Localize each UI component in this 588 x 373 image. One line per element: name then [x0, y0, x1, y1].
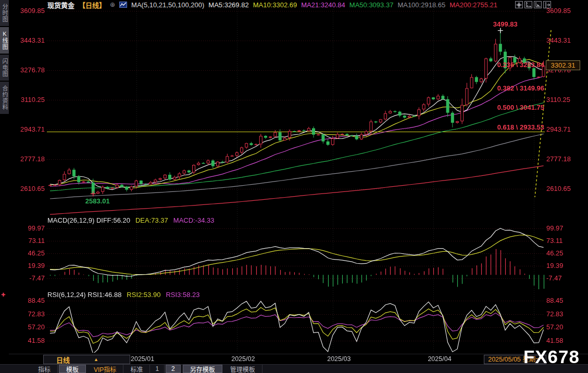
tab-indicators[interactable]: 指标	[31, 365, 58, 373]
sidebar-item-timeshare-chart[interactable]: 分时图	[0, 0, 9, 26]
tab-save-template[interactable]: 另存模板	[183, 365, 222, 373]
chart-type-icon[interactable]	[119, 2, 127, 8]
symbol-name: 现货黄金	[47, 0, 74, 10]
zoom-axes-icon[interactable]	[524, 1, 532, 8]
bottom-toolbar: 指标 模板 VIP指标 标准 1 2 另存模板 管理模板	[0, 364, 588, 373]
ma21-value: MA21:3240.84	[301, 1, 345, 9]
ma-caption: MA(5,10,21,50,100,200)	[131, 1, 204, 9]
fx678-watermark: FX678	[523, 346, 580, 367]
sidebar: 分时图 K线图 闪电图 合约资料 ✚	[0, 0, 9, 364]
chart-application-window: 分时图 K线图 闪电图 合约资料 ✚ 现货黄金 【日线】 ⊕ MA(5,10,2…	[0, 0, 588, 373]
macd-diff-value: MACD(26,12,9) DIFF:56.20	[47, 216, 130, 224]
period-arrow-icon: ▲	[94, 357, 98, 362]
tab-manage-templates[interactable]: 管理模板	[223, 365, 262, 373]
date-axis: 日线 ▲ 2025/05/05 星期一	[9, 354, 588, 364]
sidebar-item-kline-chart[interactable]: K线图	[0, 27, 9, 54]
expand-icon[interactable]: ⊕	[110, 1, 115, 8]
ma200-value: MA200:2755.21	[449, 1, 497, 9]
rsi-pane-header: RSI(6,12,24) RSI1:46.88RSI2:53.90RSI3:58…	[47, 291, 205, 299]
rsi3-value: RSI3:58.23	[166, 291, 199, 299]
ma100-value: MA100:2918.65	[397, 1, 445, 9]
ma10-value: MA10:3302.69	[253, 1, 297, 9]
go-to-latest-icon[interactable]	[543, 1, 551, 8]
macd-dea-value: DEA:73.37	[135, 216, 168, 224]
tab-standard[interactable]: 标准	[123, 365, 150, 373]
tab-templates[interactable]: 模板	[59, 365, 86, 373]
period-tag[interactable]: 【日线】	[79, 0, 106, 10]
pan-move-icon[interactable]	[515, 1, 523, 8]
last-price-badge: 3302.31	[546, 60, 580, 70]
tab-vip-indicators[interactable]: VIP指标	[87, 365, 123, 373]
scale-axes-icon[interactable]	[534, 1, 542, 8]
ma50-value: MA50:3093.37	[349, 1, 394, 9]
macd-hist-value: MACD:-34.33	[173, 216, 215, 224]
header-toolbar	[515, 1, 551, 8]
sidebar-item-lightning-chart[interactable]: 闪电图	[0, 55, 9, 81]
period-selector[interactable]: 日线 ▲	[43, 355, 130, 364]
period-label: 日线	[56, 355, 70, 365]
sidebar-item-contract-info[interactable]: 合约资料	[0, 82, 9, 114]
ma5-value: MA5:3269.82	[208, 1, 248, 9]
tab-template-slot-2[interactable]: 2	[166, 365, 181, 373]
rsi2-value: RSI2:53.90	[127, 291, 160, 299]
candlestick-chart-canvas[interactable]	[9, 9, 588, 354]
chart-header: 现货黄金 【日线】 ⊕ MA(5,10,21,50,100,200) MA5:3…	[9, 0, 588, 9]
tab-template-slot-1[interactable]: 1	[150, 365, 165, 373]
chart-main-area: 现货黄金 【日线】 ⊕ MA(5,10,21,50,100,200) MA5:3…	[9, 0, 588, 364]
sidebar-anchor-icon: ✚	[1, 292, 5, 298]
rsi1-value: RSI(6,12,24) RSI1:46.88	[47, 291, 121, 299]
macd-pane-header: MACD(26,12,9) DIFF:56.20DEA:73.37MACD:-3…	[47, 216, 220, 224]
